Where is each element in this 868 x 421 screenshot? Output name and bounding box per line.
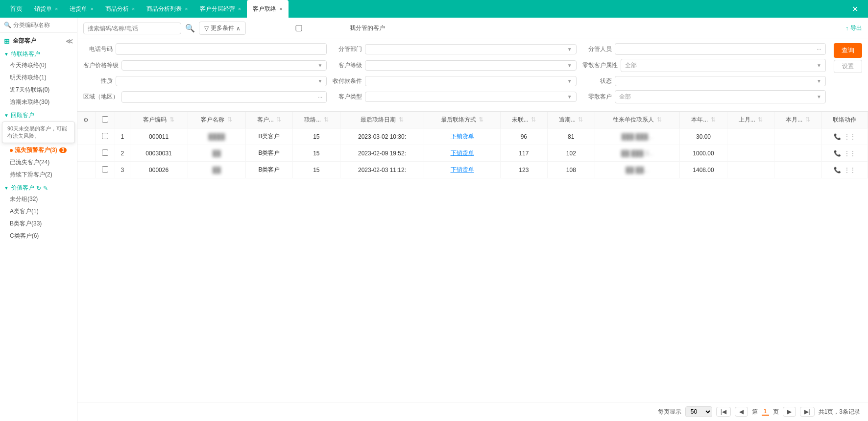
filter-select-customer-type[interactable]: ▼ — [365, 92, 576, 102]
row-checkbox-col[interactable] — [95, 145, 115, 162]
sidebar-item-loss-warning[interactable]: 流失预警客户(3) 3 — [0, 144, 77, 156]
page-size-select[interactable]: 50 100 200 — [685, 406, 712, 417]
col-code[interactable]: 客户编码 ⇅ — [130, 112, 188, 128]
my-customers-checkbox[interactable] — [250, 25, 348, 31]
row-last-method-col[interactable]: 下销货单 — [424, 145, 500, 162]
sidebar-item-overdue[interactable]: 逾期未联络(30) — [0, 96, 77, 108]
search-input[interactable] — [83, 23, 181, 34]
filter-select-payment[interactable]: ▼ — [365, 76, 576, 86]
col-this-year[interactable]: 本年... ⇅ — [680, 112, 727, 128]
nav-customer-tier[interactable]: 客户分层经营 × — [194, 0, 247, 18]
row-checkbox[interactable] — [102, 149, 108, 156]
close-all-button[interactable]: ✕ — [846, 4, 864, 14]
filter-select-customer-level[interactable]: ▼ — [365, 60, 576, 71]
filter-field-customer-level: 客户等级 ▼ — [333, 60, 576, 71]
all-customers-header[interactable]: ⊞ 全部客户 ≪ — [0, 33, 77, 47]
sidebar-section-pending-contact[interactable]: ▼ 待联络客户 — [0, 47, 77, 59]
last-page-button[interactable]: ▶| — [800, 407, 815, 417]
row-checkbox-col[interactable] — [95, 128, 115, 145]
row-last-method-col[interactable]: 下销货单 — [424, 128, 500, 145]
col-name[interactable]: 客户名称 ⇅ — [188, 112, 245, 128]
col-last-contact-date[interactable]: 最后联络日期 ⇅ — [340, 112, 424, 128]
sidebar-item-c-class[interactable]: C类客户(6) — [0, 230, 77, 242]
close-purchase-order-icon[interactable]: × — [90, 6, 93, 12]
collapse-icon[interactable]: ≪ — [66, 37, 73, 45]
row-num-col: 2 — [115, 145, 130, 162]
col-checkbox[interactable] — [95, 112, 115, 128]
my-customers-checkbox-label[interactable]: 我分管的客户 — [250, 24, 385, 32]
sidebar-search-input[interactable] — [13, 22, 73, 28]
first-page-button[interactable]: |◀ — [716, 407, 731, 417]
col-type[interactable]: 客户... ⇅ — [245, 112, 292, 128]
nav-sales-order[interactable]: 销货单 × — [28, 0, 64, 18]
sidebar-section-value[interactable]: ▼ 价值客户 ↻ ✎ — [0, 181, 77, 193]
region-more-icon[interactable]: ··· — [317, 94, 322, 100]
filter-select-gender[interactable]: ▼ — [116, 76, 327, 86]
phone-icon[interactable]: 📞 — [834, 167, 841, 173]
more-conditions-button[interactable]: ▽ 更多条件 ∧ — [199, 22, 246, 35]
settings-button[interactable]: 设置 — [834, 60, 862, 73]
customer-table: ⚙ 客户编码 ⇅ 客户名称 ⇅ 客户... ⇅ 联络... ⇅ 最后联络日期 ⇅… — [77, 112, 868, 178]
sidebar-item-b-class[interactable]: B类客户(33) — [0, 218, 77, 230]
nav-product-analysis[interactable]: 商品分析 × — [99, 0, 141, 18]
sidebar-item-a-class[interactable]: A类客户(1) — [0, 205, 77, 218]
refresh-icon[interactable]: ↻ — [36, 185, 41, 192]
more-actions-icon[interactable]: ⋮⋮ — [844, 133, 856, 140]
filter-select-price-level[interactable]: ▼ — [121, 60, 327, 71]
col-contact[interactable]: 联络... ⇅ — [293, 112, 340, 128]
row-code-col: 00030031 — [130, 145, 188, 162]
filter-select-retail[interactable]: 全部 ▼ — [615, 90, 826, 103]
search-button[interactable]: 🔍 — [185, 24, 195, 33]
row-checkbox-col[interactable] — [95, 162, 115, 178]
filter-select-region[interactable]: ··· — [121, 91, 327, 103]
select-all-checkbox[interactable] — [102, 116, 108, 123]
query-button[interactable]: 查询 — [834, 43, 862, 58]
col-this-month[interactable]: 本月... ⇅ — [774, 112, 821, 128]
col-un-contact[interactable]: 未联... ⇅ — [500, 112, 547, 128]
filter-label-dept: 分管部门 — [333, 45, 362, 53]
filter-label-payment: 收付款条件 — [333, 77, 362, 85]
edit-icon[interactable]: ✎ — [43, 185, 48, 192]
phone-icon[interactable]: 📞 — [834, 150, 841, 157]
row-action-icons-col[interactable]: 📞 ⋮⋮ — [821, 162, 868, 178]
nav-product-analysis-list[interactable]: 商品分析列表 × — [141, 0, 193, 18]
col-last-contact-method[interactable]: 最后联络方式 ⇅ — [424, 112, 500, 128]
row-checkbox[interactable] — [102, 166, 108, 173]
sidebar-item-declining[interactable]: 持续下滑客户(2) — [0, 169, 77, 181]
next-page-button[interactable]: ▶ — [783, 407, 796, 417]
col-settings[interactable]: ⚙ — [77, 112, 95, 128]
sidebar-item-today-pending[interactable]: 今天待联络(0) — [0, 59, 77, 72]
close-customer-tier-icon[interactable]: × — [238, 6, 241, 12]
export-button[interactable]: ↑ 导出 — [845, 24, 862, 32]
prev-page-button[interactable]: ◀ — [735, 407, 748, 417]
manager-more-icon[interactable]: ··· — [817, 46, 821, 52]
sidebar-item-week-pending[interactable]: 近7天待联络(0) — [0, 84, 77, 96]
row-action-col — [77, 128, 95, 145]
filter-select-retail-attr[interactable]: 全部 ▼ — [621, 59, 826, 72]
more-actions-icon[interactable]: ⋮⋮ — [844, 150, 856, 157]
row-action-icons-col[interactable]: 📞 ⋮⋮ — [821, 145, 868, 162]
col-company-contact[interactable]: 往来单位联系人 ⇅ — [595, 112, 680, 128]
filter-select-status[interactable]: ▼ — [615, 76, 826, 86]
close-product-analysis-list-icon[interactable]: × — [185, 6, 188, 12]
row-last-method-col[interactable]: 下销货单 — [424, 162, 500, 178]
col-overdue[interactable]: 逾期... ⇅ — [548, 112, 595, 128]
sidebar-item-tomorrow-pending[interactable]: 明天待联络(1) — [0, 72, 77, 84]
filter-select-manager[interactable]: ··· — [615, 43, 826, 55]
more-actions-icon[interactable]: ⋮⋮ — [844, 167, 856, 173]
sidebar-item-ungrouped[interactable]: 未分组(32) — [0, 193, 77, 205]
row-action-icons-col[interactable]: 📞 ⋮⋮ — [821, 128, 868, 145]
row-checkbox[interactable] — [102, 133, 108, 139]
filter-input-phone[interactable] — [116, 43, 327, 55]
nav-purchase-order[interactable]: 进货单 × — [64, 0, 99, 18]
nav-customer-contact[interactable]: 客户联络 × — [247, 0, 288, 18]
sidebar-item-already-lost[interactable]: 已流失客户(24) — [0, 156, 77, 169]
nav-home[interactable]: 首页 — [4, 4, 28, 13]
filter-select-department[interactable]: ▼ — [365, 44, 576, 54]
phone-icon[interactable]: 📞 — [834, 133, 841, 140]
col-last-month[interactable]: 上月... ⇅ — [727, 112, 774, 128]
sidebar-section-lost[interactable]: ▼ 回顾客户 — [0, 108, 77, 121]
close-sales-order-icon[interactable]: × — [55, 6, 58, 12]
close-customer-contact-icon[interactable]: × — [279, 6, 282, 12]
close-product-analysis-icon[interactable]: × — [132, 6, 135, 12]
